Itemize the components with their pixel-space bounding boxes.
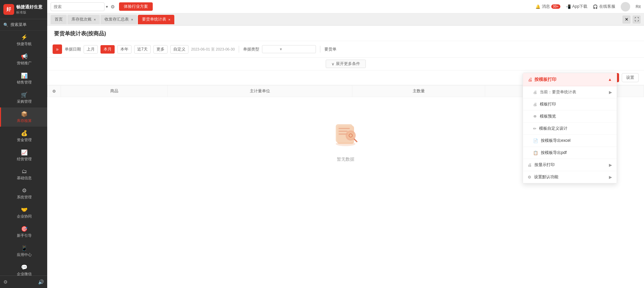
tab-order-stats-close[interactable]: ×: [168, 18, 170, 22]
sidebar-item-quick-nav[interactable]: ⚡ 快捷导航: [0, 31, 47, 50]
tab-inventory-batch-close[interactable]: ×: [94, 18, 96, 22]
tab-inventory-batch[interactable]: 库存批次账 ×: [67, 15, 100, 24]
date-btn-current-month[interactable]: 本月: [100, 45, 115, 54]
user-name[interactable]: Rit: [636, 4, 641, 9]
print-template-export-excel-item[interactable]: 📄 按模板导出excel: [523, 135, 617, 147]
current-template-icon: 🖨: [533, 90, 537, 95]
headset-icon: 🎧: [593, 4, 598, 9]
sidebar: 好 畅捷通好生意 标准版 🔍 搜索菜单 ⚡ 快捷导航 📢 营销推广 📊 销售管理…: [0, 0, 47, 288]
tab-close-window-button[interactable]: ✕: [622, 15, 631, 24]
print-dropdown-header[interactable]: 🖨 按模板打印 ▲: [523, 73, 617, 86]
table-settings-icon[interactable]: ⚙: [52, 89, 56, 94]
online-service-button[interactable]: 🎧 在线客服: [593, 4, 615, 9]
user-avatar[interactable]: [621, 2, 630, 11]
date-range-display: 2023-06-01 至 2023-06-30: [191, 47, 235, 52]
tabs-actions: ✕ ⛶: [622, 15, 641, 24]
sidebar-item-system[interactable]: ⚙ 系统管理: [0, 184, 47, 203]
settings-footer-icon[interactable]: ⚙: [3, 279, 8, 285]
svg-line-8: [354, 139, 357, 142]
set-default-label: 设置默认功能: [534, 174, 558, 180]
app-download-label: App下载: [572, 4, 587, 9]
settings-button[interactable]: 设置: [622, 73, 639, 82]
tab-order-stats-label: 要货单统计表: [142, 17, 166, 22]
sidebar-item-sales[interactable]: 📊 销售管理: [0, 69, 47, 88]
template-print-label: 模板打印: [540, 101, 556, 107]
order-status-label: 要货单: [324, 46, 336, 52]
display-print-icon: 🖨: [528, 163, 532, 167]
col-unit: 主计量单位: [168, 86, 352, 97]
svg-point-7: [347, 132, 354, 139]
expand-more-label: 展开更多条件: [336, 61, 360, 67]
template-pdf-label: 按模板导出pdf: [541, 150, 567, 156]
sidebar-item-label: 新手引导: [17, 233, 32, 238]
operations-icon: 📈: [21, 149, 28, 156]
sidebar-item-enterprise-wechat[interactable]: 💬 企业微信: [0, 261, 47, 276]
template-custom-icon: ✏: [533, 126, 536, 131]
tab-order-stats[interactable]: 要货单统计表 ×: [138, 15, 174, 24]
tab-receipt-summary-close[interactable]: ×: [131, 18, 133, 22]
sidebar-item-basic[interactable]: 🗂 基础信息: [0, 165, 47, 184]
doc-type-value: [265, 47, 266, 52]
messages-badge: 99+: [551, 4, 560, 9]
quick-nav-icon: ⚡: [21, 34, 28, 40]
date-btn-last-7-days[interactable]: 近7天: [134, 45, 151, 54]
set-default-arrow: ▶: [609, 175, 612, 180]
sidebar-item-operations[interactable]: 📈 经营管理: [0, 146, 47, 165]
system-icon: ⚙: [22, 187, 27, 194]
template-excel-icon: 📄: [533, 138, 538, 143]
expand-more-row: ∨ 展开更多条件: [47, 58, 644, 70]
sidebar-item-label: 销售管理: [17, 80, 32, 85]
sidebar-item-purchase[interactable]: 🛒 采购管理: [0, 88, 47, 107]
enterprise-wechat-icon: 💬: [21, 264, 28, 270]
topbar-gear-icon[interactable]: ⚙: [111, 4, 115, 9]
page-title: 要货单统计表(按商品): [54, 31, 106, 36]
print-menu-icon: 🖨: [528, 77, 532, 82]
app-download-button[interactable]: 📲 App下载: [566, 4, 587, 9]
sidebar-item-label: 系统管理: [17, 195, 32, 200]
date-btn-more[interactable]: 更多: [153, 45, 168, 54]
print-template-print-item[interactable]: 🖨 模板打印: [523, 98, 617, 110]
template-preview-icon: 👁: [533, 114, 537, 119]
tab-receipt-summary[interactable]: 收发存汇总表 ×: [100, 15, 137, 24]
filter-expand-button[interactable]: »: [53, 44, 62, 54]
topbar: ▾ ⚙ 体验行业方案 🔔 消息 99+ 📲 App下载 🎧 在线客服 Rit: [47, 0, 644, 13]
date-btn-current-year[interactable]: 本年: [117, 45, 131, 54]
sidebar-item-finance[interactable]: 💰 资金管理: [0, 127, 47, 146]
tab-home[interactable]: 首页: [51, 15, 67, 24]
display-print-arrow: ▶: [609, 163, 612, 167]
sidebar-item-label: 企业协同: [17, 214, 32, 219]
sidebar-item-app-center[interactable]: 📱 应用中心: [0, 242, 47, 261]
sidebar-item-marketing[interactable]: 📢 营销推广: [0, 50, 47, 69]
print-template-custom-item[interactable]: ✏ 模板自定义设计: [523, 123, 617, 135]
trial-button[interactable]: 体验行业方案: [119, 2, 153, 11]
sidebar-item-inventory[interactable]: 📦 库存核算: [0, 107, 47, 127]
beginner-icon: 🎯: [21, 226, 28, 232]
sidebar-search-label: 搜索菜单: [10, 22, 27, 28]
sidebar-item-enterprise[interactable]: 🤝 企业协同: [0, 203, 47, 222]
topbar-search-input[interactable]: [51, 2, 105, 11]
template-print-icon: 🖨: [533, 102, 537, 107]
messages-button[interactable]: 🔔 消息 99+: [535, 4, 560, 9]
sound-footer-icon[interactable]: 🔊: [38, 279, 44, 285]
print-template-export-pdf-item[interactable]: 📋 按模板导出pdf: [523, 147, 617, 159]
date-btn-last-month[interactable]: 上月: [84, 45, 98, 54]
date-btn-custom[interactable]: 自定义: [170, 45, 188, 54]
print-display-print-item[interactable]: 🖨 按显示打印 ▶: [523, 159, 617, 171]
expand-more-button[interactable]: ∨ 展开更多条件: [326, 60, 366, 68]
sidebar-search[interactable]: 🔍 搜索菜单: [0, 19, 47, 31]
topbar-dropdown-icon[interactable]: ▾: [106, 4, 108, 9]
filters-toolbar: » 单据日期 上月 本月 本年 近7天 更多 自定义 2023-06-01 至 …: [47, 41, 644, 58]
template-pdf-icon: 📋: [533, 151, 538, 155]
doc-type-dropdown[interactable]: ▾: [262, 45, 316, 53]
template-preview-label: 模板预览: [540, 114, 556, 119]
sidebar-item-label: 快捷导航: [17, 41, 32, 46]
print-set-default-item[interactable]: ⚙ 设置默认功能 ▶: [523, 171, 617, 183]
print-current-template[interactable]: 🖨 当前：要货单统计表 ▶: [523, 86, 617, 98]
app-brand: 畅捷通好生意: [16, 4, 42, 10]
content-area: 要货单统计表(按商品) » 单据日期 上月 本月 本年 近7天 更多 自定义 2…: [47, 26, 644, 288]
print-template-preview-item[interactable]: 👁 模板预览: [523, 110, 617, 123]
tab-maximize-button[interactable]: ⛶: [633, 15, 641, 24]
sidebar-item-beginner[interactable]: 🎯 新手引导: [0, 222, 47, 242]
col-settings[interactable]: ⚙: [48, 86, 61, 97]
bell-icon: 🔔: [535, 4, 540, 9]
